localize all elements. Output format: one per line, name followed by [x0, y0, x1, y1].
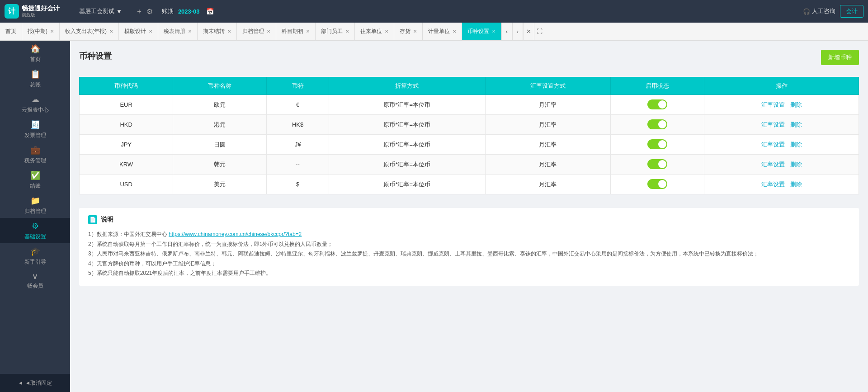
- cell-code: USD: [80, 175, 173, 194]
- tab-label: 存货: [400, 28, 410, 35]
- tab-close-icon[interactable]: ✕: [149, 29, 152, 34]
- tab-department[interactable]: 部门员工 ✕: [316, 23, 355, 41]
- logo-icon: 计: [5, 4, 19, 19]
- notice-item-4: 4）无官方牌价的币种，可以用户手工维护汇率信息；: [88, 259, 850, 269]
- sidebar-item-label: 云报表中心: [22, 106, 49, 114]
- tab-template[interactable]: 模版设计 ✕: [119, 23, 158, 41]
- tab-close-icon[interactable]: ✕: [306, 29, 310, 34]
- add-tab-button[interactable]: ＋: [136, 7, 143, 16]
- tab-label: 首页: [5, 28, 16, 35]
- sidebar-item-tax[interactable]: 💼 税务管理: [0, 142, 70, 167]
- tab-prev-button[interactable]: ‹: [501, 23, 512, 41]
- sidebar-item-vip[interactable]: V 畅会员: [0, 269, 70, 294]
- currency-table: 币种代码 币种名称 币符 折算方式 汇率设置方式 启用状态 操作 EUR欧元€原…: [79, 77, 859, 194]
- tab-close-icon[interactable]: ✕: [413, 29, 417, 34]
- rate-setting-link[interactable]: 汇率设置: [761, 141, 785, 148]
- notice-box: 📄 说明 1）数据来源：中国外汇交易中心 https://www.chinamo…: [79, 208, 859, 286]
- cloud-icon: ☁: [31, 94, 39, 104]
- cell-actions: 汇率设置删除: [704, 175, 859, 194]
- tab-archive[interactable]: 归档管理 ✕: [237, 23, 276, 41]
- rate-setting-link[interactable]: 汇率设置: [761, 161, 785, 168]
- toggle-knob: [658, 160, 666, 168]
- tab-close-icon[interactable]: ✕: [345, 29, 349, 34]
- collapse-icon: ◄: [18, 380, 24, 386]
- calendar-icon[interactable]: 📅: [206, 8, 214, 15]
- sidebar-item-settings[interactable]: ⚙ 基础设置: [0, 218, 70, 243]
- cell-symbol: €: [267, 95, 329, 115]
- tab-currency[interactable]: 币种设置 ✕: [462, 23, 501, 41]
- rate-setting-link[interactable]: 汇率设置: [761, 101, 785, 108]
- status-toggle[interactable]: [647, 139, 667, 149]
- notice-title: 📄 说明: [88, 215, 850, 224]
- sidebar-item-invoice[interactable]: 🧾 发票管理: [0, 117, 70, 142]
- cell-symbol: HK$: [267, 115, 329, 135]
- workspace-selector[interactable]: 基层工会测试 ▼: [79, 7, 122, 15]
- status-toggle[interactable]: [647, 99, 667, 109]
- sidebar-collapse-button[interactable]: ◄ ◄取消固定: [0, 374, 70, 392]
- cell-rate-type: 月汇率: [485, 115, 610, 135]
- cell-conversion: 原币*汇率=本位币: [329, 95, 485, 115]
- archive-icon: 📁: [30, 196, 40, 206]
- sidebar-item-general-ledger[interactable]: 📋 总账: [0, 66, 70, 91]
- tab-close-icon[interactable]: ✕: [267, 29, 270, 34]
- tab-close-icon[interactable]: ✕: [453, 29, 456, 34]
- period-value[interactable]: 2023-03: [178, 8, 200, 15]
- dropdown-arrow-icon: ▼: [116, 8, 122, 15]
- tab-label: 税表清册: [164, 28, 185, 35]
- cell-symbol: $: [267, 175, 329, 194]
- sidebar-item-label: 首页: [30, 56, 41, 63]
- cell-rate-type: 月汇率: [485, 175, 610, 194]
- status-toggle[interactable]: [647, 179, 667, 189]
- sidebar-item-guide[interactable]: 🎓 新手引导: [0, 243, 70, 269]
- tab-subject-init[interactable]: 科目期初 ✕: [276, 23, 316, 41]
- sidebar-item-home[interactable]: 🏠 首页: [0, 41, 70, 66]
- tab-expand-button[interactable]: ⛶: [534, 23, 545, 41]
- tab-label: 往来单位: [360, 28, 382, 35]
- rate-setting-link[interactable]: 汇率设置: [761, 181, 785, 188]
- tab-home[interactable]: 首页: [0, 23, 22, 41]
- tab-close-icon[interactable]: ✕: [188, 29, 192, 34]
- cell-actions: 汇率设置删除: [704, 115, 859, 135]
- invoice-icon: 🧾: [30, 120, 40, 130]
- top-bar: 计 畅捷通好会计 旗舰版 基层工会测试 ▼ ＋ ⚙ 账期 2023-03 📅 🎧…: [0, 0, 868, 23]
- delete-link[interactable]: 删除: [790, 161, 802, 168]
- delete-link[interactable]: 删除: [790, 101, 802, 108]
- content-area: 币种设置 新增币种 币种代码 币种名称 币符 折算方式 汇率设置方式 启用状态 …: [70, 41, 868, 392]
- tab-label: 报(中期): [28, 28, 47, 35]
- settings-icon[interactable]: ⚙: [146, 7, 153, 16]
- sidebar-item-label: 税务管理: [24, 157, 46, 165]
- tab-close-icon[interactable]: ✕: [385, 29, 388, 34]
- sidebar-item-checkout[interactable]: ✅ 结账: [0, 167, 70, 193]
- collapse-label: ◄取消固定: [25, 379, 52, 387]
- tab-next-button[interactable]: ›: [512, 23, 523, 41]
- tab-inventory[interactable]: 存货 ✕: [394, 23, 423, 41]
- tab-close-icon[interactable]: ✕: [227, 29, 231, 34]
- cell-status: [611, 95, 704, 115]
- toggle-knob: [658, 100, 666, 109]
- delete-link[interactable]: 删除: [790, 181, 802, 188]
- tab-close-all-button[interactable]: ✕: [523, 23, 534, 41]
- notice-link[interactable]: https://www.chinamoney.com.cn/chinese/bk…: [169, 231, 302, 237]
- status-toggle[interactable]: [647, 159, 667, 169]
- tab-close-icon[interactable]: ✕: [492, 29, 495, 34]
- account-button[interactable]: 会计: [840, 5, 863, 18]
- tab-close-icon[interactable]: ✕: [50, 29, 54, 34]
- tab-close-icon[interactable]: ✕: [109, 29, 113, 34]
- sidebar-item-archive[interactable]: 📁 归档管理: [0, 193, 70, 218]
- rate-setting-link[interactable]: 汇率设置: [761, 121, 785, 128]
- tab-unit[interactable]: 计量单位 ✕: [423, 23, 462, 41]
- cell-symbol: --: [267, 155, 329, 175]
- tab-label: 部门员工: [321, 28, 343, 35]
- support-button[interactable]: 🎧 人工咨询: [803, 7, 835, 15]
- tab-label: 归档管理: [242, 28, 264, 35]
- new-currency-button[interactable]: 新增币种: [821, 50, 859, 65]
- delete-link[interactable]: 删除: [790, 121, 802, 128]
- tab-income-year[interactable]: 收入支出表(年报) ✕: [60, 23, 119, 41]
- tab-period-close[interactable]: 期末结转 ✕: [198, 23, 237, 41]
- sidebar-item-reports[interactable]: ☁ 云报表中心: [0, 91, 70, 117]
- status-toggle[interactable]: [647, 119, 667, 129]
- tab-report-mid[interactable]: 报(中期) ✕: [22, 23, 60, 41]
- tab-tax-table[interactable]: 税表清册 ✕: [158, 23, 198, 41]
- delete-link[interactable]: 删除: [790, 141, 802, 148]
- tab-contacts[interactable]: 往来单位 ✕: [355, 23, 394, 41]
